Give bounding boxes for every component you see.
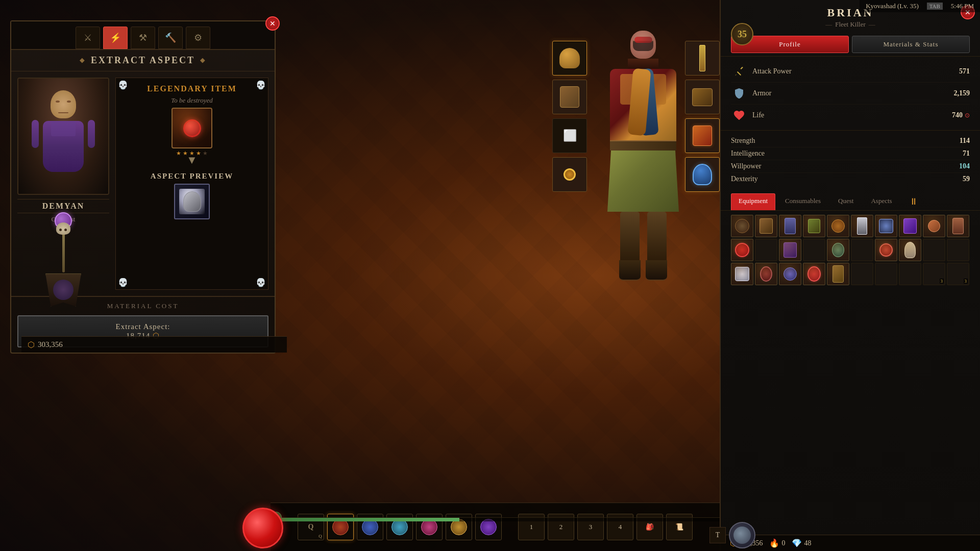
level-number: 35 <box>738 29 747 40</box>
inv-cell-16[interactable] <box>851 239 873 261</box>
equip-slot-chest[interactable] <box>552 80 587 114</box>
t-button[interactable]: T <box>709 527 726 543</box>
inv-cell-14[interactable] <box>803 239 825 261</box>
npc-banner <box>38 229 89 290</box>
blood-amount: 0 <box>782 539 786 547</box>
exp-bar-container: 35 <box>271 517 720 521</box>
equip-slot-offhand[interactable] <box>685 157 720 192</box>
star-5-empty: ★ <box>203 150 208 157</box>
hotbar-num-3-label: 3 <box>589 523 593 531</box>
soul-amount: 48 <box>804 539 812 547</box>
inv-cell-2[interactable] <box>755 215 777 237</box>
tab-aspects[interactable]: Aspects <box>863 193 899 210</box>
inv-cell-25[interactable] <box>827 263 849 285</box>
item-shape-1 <box>735 219 749 233</box>
inv-cell-8[interactable] <box>899 215 921 237</box>
right-hud-btns: T <box>709 522 755 548</box>
equip-slot-ring1[interactable] <box>552 157 587 192</box>
inventory-tabs: Equipment Consumables Quest Aspects ⏸ <box>721 193 980 211</box>
armor-value-container: 2,159 <box>954 89 970 97</box>
skill-orb[interactable] <box>729 522 755 548</box>
item-shape-7 <box>879 219 893 233</box>
tab-equipment[interactable]: Equipment <box>731 193 775 210</box>
stat-row-armor: Armor 2,159 <box>731 83 970 105</box>
armor-icon <box>731 85 747 102</box>
inv-cell-1[interactable] <box>731 215 753 237</box>
blood-currency: 🔥 0 <box>769 538 786 548</box>
tab-upgrade[interactable]: 🔨 <box>158 27 183 49</box>
inv-cell-3[interactable] <box>779 215 801 237</box>
close-left-panel-button[interactable]: ✕ <box>265 16 280 31</box>
tab-extract[interactable]: ⚡ <box>103 27 128 49</box>
life-value-container: 740 ⊙ <box>952 111 970 119</box>
inv-cell-11[interactable] <box>731 239 753 261</box>
soul-currency: 💎 48 <box>792 538 812 548</box>
health-orb <box>242 508 283 548</box>
inv-cell-9[interactable] <box>923 215 945 237</box>
tab-craft[interactable]: ⚒ <box>131 27 155 49</box>
inv-badge-29: 3 <box>940 279 944 284</box>
main-stats-section: Attack Power 571 Armor 2,159 Life <box>721 56 980 131</box>
tab-pause-icon[interactable]: ⏸ <box>902 193 925 210</box>
inv-cell-22[interactable] <box>755 263 777 285</box>
equip-slot-boots[interactable] <box>685 80 720 114</box>
attack-power-icon <box>731 63 747 80</box>
item-shape-3 <box>785 218 796 234</box>
blood-icon: 🔥 <box>769 538 779 548</box>
inv-cell-4[interactable] <box>803 215 825 237</box>
inv-badge-30: 3 <box>964 279 968 284</box>
inv-cell-29[interactable]: 3 <box>923 263 945 285</box>
item-shape-6 <box>857 217 867 235</box>
top-bar: Kyovashad (Lv. 35) TAB 5:46 PM <box>860 0 980 12</box>
equip-slot-weapon[interactable] <box>685 41 720 76</box>
inv-cell-6[interactable] <box>851 215 873 237</box>
equip-slot-gloves[interactable]: ⬜ <box>552 118 587 153</box>
inv-cell-18[interactable] <box>899 239 921 261</box>
hotbar-num-2-label: 2 <box>559 523 563 531</box>
panel-body: DEMYAN Occultist <box>11 71 275 296</box>
inv-cell-5[interactable] <box>827 215 849 237</box>
npc-portrait-inner <box>18 79 108 194</box>
materials-stats-button[interactable]: Materials & Stats <box>852 36 970 53</box>
equip-slot-ring2[interactable] <box>685 118 720 153</box>
inv-cell-10[interactable] <box>947 215 969 237</box>
inv-cell-17[interactable] <box>875 239 897 261</box>
tab-transmute[interactable]: ⚔ <box>76 27 100 49</box>
npc-figure <box>38 90 89 182</box>
extract-btn-label1: Extract Aspect: <box>115 322 170 331</box>
left-currency-amount: 303,356 <box>38 340 63 349</box>
inv-cell-21[interactable] <box>731 263 753 285</box>
inv-cell-15[interactable] <box>827 239 849 261</box>
attr-dexterity: Dexterity 59 <box>731 173 970 185</box>
character-model-display <box>592 31 694 388</box>
attributes-section: Strength 114 Intelligence 71 Willpower 1… <box>721 131 980 189</box>
tab-quest[interactable]: Quest <box>830 193 861 210</box>
npc-portrait <box>17 78 109 195</box>
inv-cell-20[interactable] <box>947 239 969 261</box>
attack-power-label: Attack Power <box>752 67 954 76</box>
aspect-preview-label: ASPECT PREVIEW <box>151 172 233 181</box>
inv-cell-13[interactable] <box>779 239 801 261</box>
life-indicator: ⊙ <box>965 112 970 119</box>
inv-cell-26[interactable] <box>851 263 873 285</box>
mode-badge: TAB <box>927 3 943 10</box>
panel-tabs: ⚔ ⚡ ⚒ 🔨 ⚙ <box>11 21 275 50</box>
inv-cell-19[interactable] <box>923 239 945 261</box>
inv-cell-30[interactable]: 3 <box>947 263 969 285</box>
inv-cell-27[interactable] <box>875 263 897 285</box>
equip-slot-head[interactable] <box>552 41 587 76</box>
inv-cell-12[interactable] <box>755 239 777 261</box>
tab-settings[interactable]: ⚙ <box>186 27 210 49</box>
character-level-badge: 35 <box>731 23 753 45</box>
char-nav-buttons: Profile Materials & Stats <box>721 33 980 56</box>
attr-strength: Strength 114 <box>731 135 970 147</box>
inv-cell-28[interactable] <box>899 263 921 285</box>
npc-body <box>43 121 84 172</box>
star-1: ★ <box>176 150 181 157</box>
item-info-section: 💀 💀 💀 💀 LEGENDARY ITEM To be destroyed ★… <box>115 78 268 290</box>
legendary-label: LEGENDARY ITEM <box>147 84 237 93</box>
tab-consumables[interactable]: Consumables <box>777 193 828 210</box>
inv-cell-23[interactable] <box>779 263 801 285</box>
inv-cell-24[interactable] <box>803 263 825 285</box>
inv-cell-7[interactable] <box>875 215 897 237</box>
